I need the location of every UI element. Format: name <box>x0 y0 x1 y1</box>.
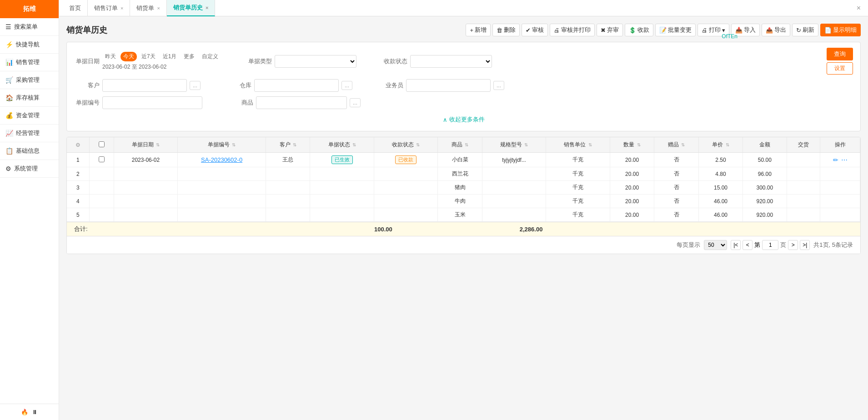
sidebar-item-ops-mgmt[interactable]: 📈 经营管理 <box>0 125 59 142</box>
checkbox-cell <box>89 153 114 167</box>
summary-label: 合计: <box>74 225 101 233</box>
customer-ellipsis-button[interactable]: ... <box>190 81 201 90</box>
docno-col-header[interactable]: 单据编号 ⇅ <box>178 137 266 153</box>
spec-col-header[interactable]: 规格型号 ⇅ <box>482 137 546 153</box>
collapse-conditions-button[interactable]: ∧ 收起更多条件 <box>74 114 853 125</box>
sidebar-item-base-info[interactable]: 📋 基础信息 <box>0 142 59 160</box>
amount-cell: 920.00 <box>743 195 787 208</box>
next-page-button[interactable]: > <box>788 240 798 250</box>
settings-col-header[interactable]: ⚙ <box>67 137 89 153</box>
show-detail-button[interactable]: 📄 显示明细 <box>820 24 861 36</box>
checkbox-cell <box>89 167 114 181</box>
per-page-select[interactable]: 50 10 20 100 <box>704 240 727 250</box>
trade-cell <box>787 195 820 208</box>
docstatus-cell <box>310 208 374 222</box>
plus-icon: + <box>470 27 473 34</box>
tab-sales-goods[interactable]: 销货单 × <box>130 0 166 16</box>
sidebar-item-search-menu[interactable]: ☰ 搜索菜单 <box>0 18 59 36</box>
select-all-checkbox[interactable] <box>99 141 105 147</box>
export-button[interactable]: 📤 导出 <box>762 24 790 36</box>
query-button[interactable]: 查询 <box>827 48 853 60</box>
close-tab-sales-order-icon[interactable]: × <box>120 5 123 11</box>
payment-status-select[interactable] <box>410 55 492 68</box>
amount-cell: 50.00 <box>743 153 787 167</box>
refresh-button[interactable]: ↻ 刷新 <box>792 24 818 36</box>
salesperson-input[interactable] <box>406 79 491 92</box>
audit-button[interactable]: ✔ 审核 <box>522 24 548 36</box>
last-page-button[interactable]: >| <box>800 240 810 250</box>
shortcut-more[interactable]: 更多 <box>181 52 197 61</box>
row-checkbox[interactable] <box>99 156 105 162</box>
first-page-button[interactable]: |< <box>731 240 741 250</box>
paystatus-col-header[interactable]: 收款状态 ⇅ <box>374 137 437 153</box>
close-tab-sales-goods-icon[interactable]: × <box>157 5 160 11</box>
gift-col-header[interactable]: 赠品 ⇅ <box>654 137 698 153</box>
table-row: 12023-06-02SA-20230602-0王总已生效已收款小白菜tyjyj… <box>67 153 860 167</box>
page-number-input[interactable] <box>762 240 778 250</box>
customer-cell: 王总 <box>266 153 310 167</box>
customer-col-header[interactable]: 客户 ⇅ <box>266 137 310 153</box>
gift-cell: 否 <box>654 153 698 167</box>
pay-status-badge: 已收款 <box>395 155 416 164</box>
sidebar-item-finance-mgmt[interactable]: 💰 资金管理 <box>0 107 59 125</box>
customer-input[interactable] <box>102 79 187 92</box>
page-label-pre: 第 <box>754 241 760 249</box>
collect-icon: 💲 <box>629 27 636 34</box>
trade-cell <box>787 167 820 181</box>
edit-action-icon[interactable]: ✏ <box>833 156 838 164</box>
unit-col-header[interactable]: 销售单位 ⇅ <box>546 137 610 153</box>
docstatus-cell <box>310 195 374 208</box>
delete-button[interactable]: 🗑 删除 <box>492 24 520 36</box>
warehouse-label: 仓库 <box>226 81 251 90</box>
doc-no-link[interactable]: SA-20230602-0 <box>201 156 242 163</box>
abandon-button[interactable]: ✖ 弃审 <box>597 24 623 36</box>
collect-button[interactable]: 💲 收款 <box>625 24 653 36</box>
sidebar-item-quick-nav[interactable]: ⚡ 快捷导航 <box>0 36 59 54</box>
amount-cell: 96.00 <box>743 167 787 181</box>
sidebar-item-inventory-calc[interactable]: 🏠 库存核算 <box>0 89 59 107</box>
warehouse-input[interactable] <box>254 79 339 92</box>
batch-change-button[interactable]: 📝 批量变更 <box>655 24 696 36</box>
fire-icon[interactable]: 🔥 <box>21 409 28 415</box>
goods-input[interactable] <box>256 96 347 109</box>
new-button[interactable]: + 新增 <box>466 24 491 36</box>
close-tab-sales-history-icon[interactable]: × <box>206 5 208 10</box>
tab-sales-order[interactable]: 销售订单 × <box>88 0 130 16</box>
goods-col-header[interactable]: 商品 ⇅ <box>438 137 482 153</box>
customer-cell <box>266 195 310 208</box>
prev-page-button[interactable]: < <box>743 240 753 250</box>
price-col-header[interactable]: 单价 ⇅ <box>698 137 743 153</box>
audit-print-button[interactable]: 🖨 审核并打印 <box>550 24 595 36</box>
customer-cell <box>266 208 310 222</box>
tab-home[interactable]: 首页 <box>63 0 88 16</box>
amount-cell: 920.00 <box>743 208 787 222</box>
shortcut-custom[interactable]: 自定义 <box>199 52 221 61</box>
pause-icon[interactable]: ⏸ <box>32 409 38 415</box>
per-page-label: 每页显示 <box>677 241 700 249</box>
shortcut-yesterday[interactable]: 昨天 <box>102 52 119 61</box>
date-cell: 2023-06-02 <box>114 153 178 167</box>
ops-icon: 📈 <box>5 130 13 137</box>
sidebar-item-sales-mgmt[interactable]: 📊 销售管理 <box>0 54 59 71</box>
filter-settings-button[interactable]: 设置 <box>827 62 853 75</box>
doc-type-select[interactable] <box>275 55 356 68</box>
tabs-close-all-button[interactable]: × <box>853 4 864 12</box>
shortcut-last1m[interactable]: 近1月 <box>160 52 180 61</box>
doc-no-input[interactable] <box>102 96 202 109</box>
qty-col-header[interactable]: 数量 ⇅ <box>610 137 654 153</box>
page-label-post: 页 <box>780 241 786 249</box>
sidebar-item-sys-mgmt[interactable]: ⚙ 系统管理 <box>0 160 59 178</box>
docno-cell <box>178 167 266 181</box>
sales-icon: 📊 <box>5 59 13 66</box>
goods-ellipsis-button[interactable]: ... <box>350 98 361 107</box>
sidebar-item-purchase-mgmt[interactable]: 🛒 采购管理 <box>0 71 59 89</box>
date-col-header[interactable]: 单据日期 ⇅ <box>114 137 178 153</box>
salesperson-ellipsis-button[interactable]: ... <box>493 81 504 90</box>
shortcut-today[interactable]: 今天 <box>120 52 137 61</box>
date-cell <box>114 195 178 208</box>
warehouse-ellipsis-button[interactable]: ... <box>341 81 352 90</box>
docstatus-col-header[interactable]: 单据状态 ⇅ <box>310 137 374 153</box>
shortcut-last7[interactable]: 近7天 <box>139 52 158 61</box>
more-action-icon[interactable]: ⋯ <box>841 156 848 164</box>
tab-sales-history[interactable]: 销货单历史 × <box>167 0 215 16</box>
